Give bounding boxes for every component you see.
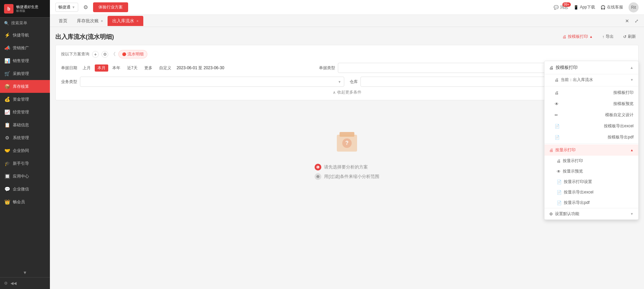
date-field: 单据日期 上月 本月 本年 近7天 更多 自定义 2023-06-01 至 20… xyxy=(61,64,314,72)
finance-icon: 💰 xyxy=(4,96,10,102)
logo-icon: b xyxy=(4,4,13,14)
topbar-left: 畅捷通 ▼ ⚙ 体验行业方案 xyxy=(55,2,550,12)
dropdown-display-excel[interactable]: 📄 按显示导出excel xyxy=(545,187,638,198)
message-action[interactable]: 💬 消息 99+ xyxy=(554,4,568,10)
voucher-type-select[interactable]: ▼ xyxy=(338,63,572,73)
tab-batch-account[interactable]: 库存批次账 × xyxy=(72,16,108,26)
window-maximize-btn[interactable]: ⤢ xyxy=(633,18,640,24)
sidebar-item-sales[interactable]: 📊 销售管理 xyxy=(0,54,50,67)
topbar-right: 💬 消息 99+ 📱 App下载 🎧 在线客服 Rit xyxy=(554,2,639,12)
export-action-btn[interactable]: ↑ 导出 xyxy=(599,32,616,41)
app-download-action[interactable]: 📱 App下载 xyxy=(574,4,595,10)
template-excel-icon: 📄 xyxy=(555,124,560,129)
date-btn-more[interactable]: 更多 xyxy=(142,64,155,72)
business-type-label: 业务类型 xyxy=(61,79,77,85)
user-name-dropdown[interactable]: 畅捷通 ▼ xyxy=(55,3,78,12)
print-action-btn[interactable]: 🖨 按模板打印 ▲ xyxy=(560,32,595,41)
app-name: 畅捷通好生意 标准版 xyxy=(16,4,38,13)
collapse-button[interactable]: ∧ 收起更多条件 xyxy=(333,89,361,95)
filter-settings-button[interactable]: ⚙ xyxy=(101,51,108,58)
display-print-icon: 🖨 xyxy=(557,159,561,163)
date-field-label: 单据日期 xyxy=(61,65,77,71)
wechat-icon: 💬 xyxy=(4,186,10,192)
sidebar: b 畅捷通好生意 标准版 🔍 搜索菜单 ⚡ 快捷导航 📣 营销推广 📊 销售管理… xyxy=(0,0,50,289)
voucher-type-field: 单据类型 ▼ xyxy=(319,63,572,73)
user-avatar[interactable]: Rit xyxy=(628,2,639,12)
sidebar-item-basics[interactable]: 📋 基础信息 xyxy=(0,119,50,131)
dropdown-template-custom[interactable]: ✏ 模板自定义设计 xyxy=(545,109,638,121)
dropdown-template-print[interactable]: 🖨 按模板打印 xyxy=(545,87,638,98)
operations-icon: 📈 xyxy=(4,109,10,115)
filter-collapse-button[interactable]: 《 xyxy=(111,51,116,57)
sidebar-item-wechat[interactable]: 💬 企业微信 xyxy=(0,183,50,195)
template-preview-icon: 👁 xyxy=(555,102,559,106)
sidebar-item-operations[interactable]: 📈 经营管理 xyxy=(0,106,50,119)
tab-bar: 首页 库存批次账 × 出入库流水 × ✕ ⤢ xyxy=(50,15,644,27)
step-num-2: ❷ xyxy=(315,173,321,180)
date-btn-this-month[interactable]: 本月 xyxy=(95,64,108,72)
current-chevron-icon: ▼ xyxy=(630,78,634,82)
settings-icon[interactable]: ⚙ xyxy=(4,281,8,286)
message-icon: 💬 xyxy=(554,5,559,10)
purchase-icon: 🛒 xyxy=(4,71,10,77)
dropdown-display-print[interactable]: 🖨 按显示打印 xyxy=(545,156,638,166)
customer-service-action[interactable]: 🎧 在线客服 xyxy=(601,4,623,10)
topbar: 畅捷通 ▼ ⚙ 体验行业方案 💬 消息 99+ 📱 App下载 🎧 在线客服 R… xyxy=(50,0,644,15)
basics-icon: 📋 xyxy=(4,122,10,128)
dropdown-display-print-settings[interactable]: 📄 按显示打印设置 xyxy=(545,177,638,187)
dropdown-template-pdf[interactable]: 📄 按模板导出pdf xyxy=(545,132,638,143)
dropdown-display-section[interactable]: 🖨 按显示打印 ▲ xyxy=(545,144,638,156)
collapse-icon[interactable]: ◀◀ xyxy=(10,281,17,286)
sidebar-item-apps[interactable]: 🔲 应用中心 xyxy=(0,170,50,183)
print-icon: 🖨 xyxy=(562,34,566,39)
sidebar-item-collab[interactable]: 🤝 企业协同 xyxy=(0,144,50,157)
business-type-chevron-icon: ▼ xyxy=(338,80,341,84)
date-btn-7days[interactable]: 近7天 xyxy=(124,64,140,72)
sidebar-item-purchase[interactable]: 🛒 采购管理 xyxy=(0,67,50,80)
sidebar-scroll-down[interactable]: ▼ xyxy=(0,268,50,277)
template-pdf-icon: 📄 xyxy=(555,135,560,140)
sidebar-item-quick-nav[interactable]: ⚡ 快捷导航 xyxy=(0,29,50,42)
page-header: 出入库流水(流水明细) 🖨 按模板打印 ▲ ↑ 导出 ↺ 刷新 xyxy=(55,32,639,41)
dropdown-display-pdf[interactable]: 📄 按显示导出pdf xyxy=(545,198,638,208)
sidebar-item-system[interactable]: ⚙ 系统管理 xyxy=(0,131,50,144)
filter-header: 按以下方案查询 + ⚙ 《 🔴 流水明细 xyxy=(61,50,633,58)
display-preview-icon: 👁 xyxy=(557,169,561,174)
trial-button[interactable]: 体验行业方案 xyxy=(93,2,128,12)
sidebar-item-guide[interactable]: 🎓 新手引导 xyxy=(0,157,50,170)
svg-text:?: ? xyxy=(345,140,349,146)
date-btn-last-month[interactable]: 上月 xyxy=(80,64,93,72)
sidebar-item-member[interactable]: 👑 畅会员 xyxy=(0,195,50,208)
display-pdf-icon: 📄 xyxy=(557,201,562,205)
template-custom-icon: ✏ xyxy=(555,113,558,117)
dropdown-display-preview[interactable]: 👁 按显示预览 xyxy=(545,166,638,177)
sidebar-item-inventory[interactable]: 📦 库存核算 xyxy=(0,80,50,93)
tab-home[interactable]: 首页 xyxy=(54,16,72,26)
search-menu-item[interactable]: 🔍 搜索菜单 xyxy=(0,18,50,29)
sidebar-item-marketing[interactable]: 📣 营销推广 xyxy=(0,42,50,54)
sidebar-item-finance[interactable]: 💰 资金管理 xyxy=(0,93,50,106)
empty-step-1: ❶ 请先选择要分析的方案 xyxy=(315,164,379,170)
dropdown-close-chevron[interactable]: ▲ xyxy=(630,65,634,70)
dropdown-current-item[interactable]: 🖨 当前：出入库流水 ▼ xyxy=(545,74,638,85)
dropdown-template-excel[interactable]: 📄 按模板导出excel xyxy=(545,121,638,132)
tab-close-inout-flow[interactable]: × xyxy=(136,19,138,23)
template-print-icon: 🖨 xyxy=(555,90,559,95)
tab-inout-flow[interactable]: 出入库流水 × xyxy=(108,16,143,26)
dropdown-header-left: 🖨 按模板打印 xyxy=(549,64,578,71)
page-actions: 🖨 按模板打印 ▲ ↑ 导出 ↺ 刷新 xyxy=(560,32,639,41)
window-close-btn[interactable]: ✕ xyxy=(624,18,631,24)
tab-close-batch-account[interactable]: × xyxy=(101,19,103,23)
dropdown-footer[interactable]: ⚙ 设置默认功能 ▼ xyxy=(545,208,638,219)
filter-add-button[interactable]: + xyxy=(92,51,99,58)
gear-button[interactable]: ⚙ xyxy=(81,3,90,12)
date-btn-custom[interactable]: 自定义 xyxy=(156,64,174,72)
svg-rect-1 xyxy=(340,132,354,137)
refresh-action-btn[interactable]: ↺ 刷新 xyxy=(620,32,639,41)
collab-icon: 🤝 xyxy=(4,148,10,154)
dropdown-template-preview[interactable]: 👁 按模板预览 xyxy=(545,98,638,109)
empty-step-2: ❷ 用[过滤]条件来缩小分析范围 xyxy=(315,173,379,180)
business-type-input[interactable]: ▼ xyxy=(80,77,344,87)
page-content: 出入库流水(流水明细) 🖨 按模板打印 ▲ ↑ 导出 ↺ 刷新 xyxy=(50,27,644,289)
date-btn-this-year[interactable]: 本年 xyxy=(110,64,123,72)
